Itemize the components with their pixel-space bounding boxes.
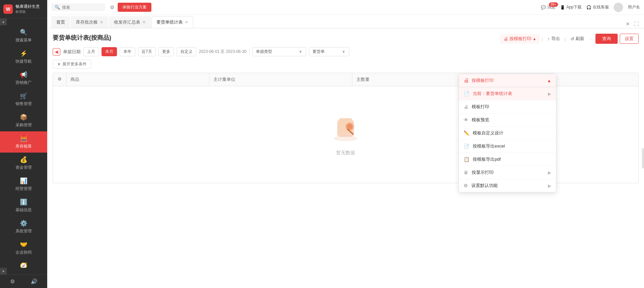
default-func-icon: ⚙ [464, 183, 468, 188]
date-btn-this-month[interactable]: 本月 [101, 47, 117, 56]
settings-bottom-btn[interactable]: ⚙ [10, 278, 15, 285]
chevron-up-icon: ▲ [533, 37, 536, 41]
sidebar-item-marketing[interactable]: 📢 营销推广 [0, 68, 47, 89]
sound-bottom-btn[interactable]: 🔊 [31, 278, 37, 285]
sidebar-item-purchase[interactable]: 📦 采购管理 [0, 110, 47, 131]
dropdown-default-func[interactable]: ⚙ 设置默认功能 ▶ [459, 179, 556, 192]
search-icon: 🔍 [20, 29, 27, 36]
sidebar-item-label: 采购管理 [16, 122, 32, 128]
tab-order-stats-label: 要货单统计表 [156, 19, 183, 25]
tab-inventory-batch-label: 库存批次账 [76, 19, 98, 25]
finance-icon: 💰 [20, 156, 27, 163]
sidebar-item-basic[interactable]: ℹ️ 基础信息 [0, 195, 47, 216]
chevron-right-icon3: ▶ [548, 183, 551, 188]
query-btn[interactable]: 查询 [595, 34, 618, 44]
type-select[interactable]: 单据类型 ▼ [252, 47, 306, 56]
sidebar-item-label: 系统管理 [16, 228, 32, 234]
search-input[interactable] [62, 5, 96, 10]
tab-receipt-summary-close[interactable]: ✕ [142, 20, 146, 25]
scroll-up-btn[interactable]: ▲ [0, 19, 7, 25]
scroll-down-btn[interactable]: ▼ [0, 268, 7, 275]
tab-order-stats[interactable]: 要货单统计表 ✕ [151, 16, 193, 28]
dropdown-export-pdf[interactable]: 📋 按模板导出pdf [459, 153, 556, 166]
dropdown-template-preview[interactable]: 👁 模板预览 [459, 114, 556, 127]
col-settings[interactable]: ⚙ [53, 73, 66, 86]
app-download-icon: 📱 [560, 5, 565, 10]
print-icon: 🖨 [503, 36, 508, 41]
operations-icon: 📊 [20, 177, 27, 185]
sidebar-item-collab[interactable]: 🤝 企业协同 [0, 237, 47, 259]
cargo-select[interactable]: 要货单 ▼ [309, 47, 349, 56]
sidebar-item-label: 经营管理 [16, 186, 32, 192]
sidebar-item-finance[interactable]: 💰 资金管理 [0, 153, 47, 174]
cargo-label: 要货单 [313, 49, 325, 55]
sidebar-item-system[interactable]: ⚙️ 系统管理 [0, 216, 47, 237]
topbar: 🔍 ⚙ 体验行业方案 💬 消息 99+ 📱 App下载 🎧 在线客服 用户名 [47, 0, 644, 15]
dropdown-template-print[interactable]: 🖨 模板打印 [459, 100, 556, 114]
sidebar-item-guide[interactable]: 🧭 新手引导 [0, 259, 47, 268]
headset-icon: 🎧 [586, 5, 591, 10]
expand-more-btn[interactable]: ▼ 展开更多条件 [53, 60, 91, 69]
date-btn-last-month[interactable]: 上月 [83, 47, 99, 56]
chevron-down-icon: ▼ [298, 50, 302, 54]
tab-home[interactable]: 首页 [51, 16, 70, 28]
chevron-up-icon2: ▲ [547, 78, 551, 83]
scrollbar-thumb[interactable] [642, 148, 644, 168]
template-preview-icon: 👁 [464, 117, 468, 123]
system-icon: ⚙️ [20, 220, 27, 227]
chevron-right-icon: ▶ [548, 91, 551, 96]
column-settings-icon[interactable]: ⚙ [58, 76, 62, 82]
trial-industry-btn[interactable]: 体验行业方案 [118, 3, 151, 12]
app-version: 标准版 [16, 9, 40, 14]
dropdown-export-excel[interactable]: 📄 按模板导出excel [459, 140, 556, 153]
message-btn[interactable]: 💬 消息 99+ [541, 4, 555, 10]
app-download-btn[interactable]: 📱 App下载 [560, 4, 582, 10]
app-download-label: App下载 [566, 4, 582, 10]
tab-inventory-batch-close[interactable]: ✕ [100, 20, 103, 25]
dropdown-template-custom[interactable]: ✏️ 模板自定义设计 [459, 127, 556, 140]
refresh-label: 刷新 [576, 36, 584, 42]
user-avatar[interactable] [614, 3, 623, 12]
sidebar-bottom: ⚙ 🔊 [0, 275, 47, 288]
sidebar-nav: 🔍 搜索菜单 ⚡ 快捷导航 📢 营销推广 🛒 销售管理 📦 采购管理 🧮 库存核… [0, 25, 47, 268]
sidebar-item-sales[interactable]: 🛒 销售管理 [0, 89, 47, 110]
close-window-btn[interactable]: ✕ [624, 20, 631, 28]
col-product: 商品 [66, 73, 209, 86]
template-print-label: 模板打印 [472, 104, 489, 110]
date-btn-this-year[interactable]: 本年 [120, 47, 135, 56]
tab-order-stats-close[interactable]: ✕ [185, 20, 188, 25]
date-btn-custom[interactable]: 自定义 [177, 47, 196, 56]
basic-icon: ℹ️ [20, 198, 27, 206]
dropdown-header[interactable]: 🖨 按模板打印 ▲ [459, 74, 556, 87]
dropdown-current-item[interactable]: 📄 当前：要货单统计表 ▶ [459, 87, 556, 100]
tab-inventory-batch[interactable]: 库存批次账 ✕ [71, 16, 108, 28]
template-custom-icon: ✏️ [464, 130, 469, 136]
search-box[interactable]: 🔍 [51, 3, 105, 11]
settings-page-btn[interactable]: 设置 [620, 34, 639, 44]
template-custom-label: 模板自定义设计 [473, 130, 503, 136]
sidebar-item-search[interactable]: 🔍 搜索菜单 [0, 25, 47, 46]
chevron-icon: ◀ [55, 50, 58, 54]
export-pdf-label: 按模板导出pdf [473, 156, 501, 162]
tab-receipt-summary[interactable]: 收发存汇总表 ✕ [109, 16, 151, 28]
col-unit: 主计量单位 [209, 73, 352, 86]
refresh-btn[interactable]: ↺ 刷新 [568, 34, 587, 43]
online-service-btn[interactable]: 🎧 在线客服 [586, 4, 609, 10]
expand-conditions-row: ▼ 展开更多条件 [53, 60, 639, 69]
expand-collapse-btn[interactable]: ◀ [53, 48, 60, 56]
export-btn[interactable]: ↑ 导出 [545, 34, 563, 43]
date-btn-7days[interactable]: 近7天 [138, 47, 156, 56]
maximize-window-btn[interactable]: ⛶ [633, 20, 640, 28]
collab-icon: 🤝 [20, 241, 27, 248]
sidebar-item-quicknav[interactable]: ⚡ 快捷导航 [0, 46, 47, 68]
sidebar-item-operations[interactable]: 📊 经营管理 [0, 174, 47, 195]
print-template-label: 按模板打印 [509, 36, 531, 42]
type-select-label: 单据类型 [256, 49, 272, 55]
print-dropdown-menu: 🖨 按模板打印 ▲ 📄 当前：要货单统计表 ▶ 🖨 模板打印 👁 模板预览 ✏️ [459, 74, 556, 192]
date-btn-more[interactable]: 更多 [158, 47, 174, 56]
export-excel-icon: 📄 [464, 143, 469, 149]
print-template-btn[interactable]: 🖨 按模板打印 ▲ [500, 34, 540, 43]
dropdown-display-print[interactable]: 🖥 按显示打印 ▶ [459, 166, 556, 179]
sidebar-item-inventory[interactable]: 🧮 库存核算 [0, 131, 47, 153]
topbar-gear[interactable]: ⚙ [110, 4, 114, 10]
